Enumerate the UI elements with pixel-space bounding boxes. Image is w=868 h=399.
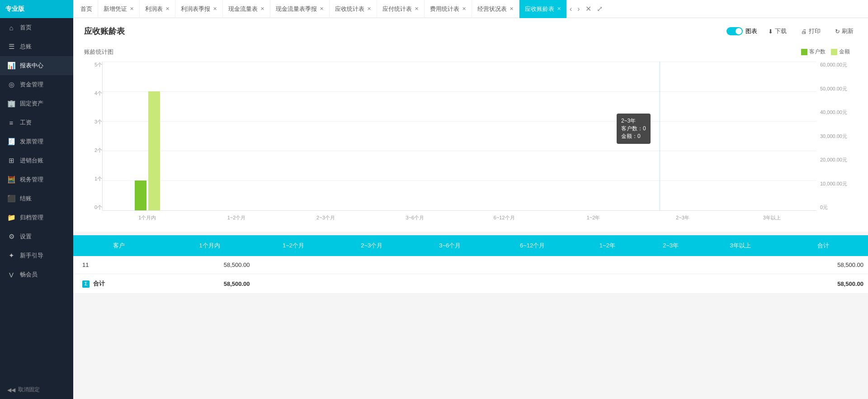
sidebar-pin-toggle[interactable]: ◀◀ 取消固定 bbox=[0, 380, 73, 399]
tab-home-label: 首页 bbox=[80, 5, 92, 13]
tab-business-status[interactable]: 经营状况表 ✕ bbox=[472, 0, 519, 18]
y-right-60000: 60,000.00元 bbox=[820, 62, 847, 68]
tab-cashflow-close[interactable]: ✕ bbox=[260, 6, 264, 12]
tab-profit-quarterly[interactable]: 利润表季报 ✕ bbox=[175, 0, 223, 18]
tab-voucher-close[interactable]: ✕ bbox=[130, 6, 134, 12]
funds-icon: ◎ bbox=[7, 81, 15, 89]
y-left-3: 3个 bbox=[94, 119, 102, 125]
sidebar-item-salary[interactable]: ≡ 工资 bbox=[0, 113, 73, 132]
td-total-y2-3 bbox=[639, 274, 702, 294]
tab-profit-quarterly-close[interactable]: ✕ bbox=[213, 6, 217, 12]
tax-icon: 🧮 bbox=[7, 176, 15, 184]
tab-cashflow-quarterly[interactable]: 现金流量表季报 ✕ bbox=[270, 0, 330, 18]
sidebar-item-member[interactable]: V 畅会员 bbox=[0, 265, 73, 284]
sidebar-bottom-label: 取消固定 bbox=[18, 386, 40, 394]
refresh-btn[interactable]: ↻ 刷新 bbox=[831, 25, 857, 37]
tab-cashflow[interactable]: 现金流量表 ✕ bbox=[223, 0, 270, 18]
print-btn[interactable]: 🖨 打印 bbox=[797, 25, 824, 37]
x-label-y3plus: 3年以上 bbox=[727, 214, 816, 221]
tooltip-amount: 金额：0 bbox=[621, 133, 646, 140]
sidebar-item-reports[interactable]: 📊 报表中心 bbox=[0, 56, 73, 75]
sidebar-item-fixed-assets[interactable]: 🏢 固定资产 bbox=[0, 94, 73, 113]
tab-close-all-btn[interactable]: ✕ bbox=[583, 0, 594, 18]
switch-track[interactable] bbox=[726, 27, 743, 35]
tab-ar-stats-close[interactable]: ✕ bbox=[367, 6, 371, 12]
td-m3-6-1 bbox=[411, 256, 489, 274]
guide-icon: ✦ bbox=[7, 252, 15, 260]
tab-ar-aging-close[interactable]: ✕ bbox=[557, 6, 561, 12]
td-m1-1: 58,500.00 bbox=[165, 256, 255, 274]
ledger-icon: ☰ bbox=[7, 43, 15, 51]
td-total-label: Σ 合计 bbox=[73, 274, 165, 294]
tab-ap-stats-close[interactable]: ✕ bbox=[415, 6, 419, 12]
sidebar-item-closing[interactable]: ⬛ 结账 bbox=[0, 189, 73, 208]
sidebar-item-guide[interactable]: ✦ 新手引导 bbox=[0, 246, 73, 265]
member-icon: V bbox=[7, 271, 15, 279]
y-right-40000: 40,000.00元 bbox=[820, 109, 847, 116]
tab-expense-stats-close[interactable]: ✕ bbox=[462, 6, 466, 12]
table-header-row: 客户 1个月内 1~2个月 2~3个月 3~6个月 6~12个月 1~2年 2~… bbox=[73, 235, 868, 256]
y-right-50000: 50,000.00元 bbox=[820, 86, 847, 92]
bar-group-m1-2 bbox=[192, 62, 281, 210]
x-label-m1-2: 1~2个月 bbox=[192, 214, 281, 221]
th-customer: 客户 bbox=[73, 235, 165, 256]
table-total-row: Σ 合计 58,500.00 58,500.00 bbox=[73, 274, 868, 294]
tab-cashflow-label: 现金流量表 bbox=[228, 5, 258, 13]
tab-next-btn[interactable]: › bbox=[575, 0, 582, 18]
tab-voucher[interactable]: 新增凭证 ✕ bbox=[98, 0, 140, 18]
td-total-sum: 58,500.00 bbox=[778, 274, 868, 294]
th-y1-2: 1~2年 bbox=[576, 235, 639, 256]
y-left-0: 0个 bbox=[94, 204, 102, 211]
sidebar-item-invoice[interactable]: 🧾 发票管理 bbox=[0, 132, 73, 151]
sidebar-item-sales-ledger[interactable]: ⊞ 进销台账 bbox=[0, 151, 73, 170]
y-right-20000: 20,000.00元 bbox=[820, 157, 847, 163]
tab-cashflow-quarterly-label: 现金流量表季报 bbox=[276, 5, 317, 13]
reports-icon: 📊 bbox=[7, 62, 15, 70]
download-btn[interactable]: ⬇ 下载 bbox=[764, 25, 790, 37]
legend-amount-label: 金额 bbox=[839, 48, 850, 56]
sidebar-item-home[interactable]: ⌂ 首页 bbox=[0, 18, 73, 37]
tab-expense-stats[interactable]: 费用统计表 ✕ bbox=[425, 0, 472, 18]
td-y1-2-1 bbox=[576, 256, 639, 274]
td-m6-12-1 bbox=[489, 256, 576, 274]
x-label-y2-3: 2~3年 bbox=[638, 214, 727, 221]
th-total: 合计 bbox=[778, 235, 868, 256]
sidebar-item-archive[interactable]: 📁 归档管理 bbox=[0, 208, 73, 227]
tab-cashflow-quarterly-close[interactable]: ✕ bbox=[320, 6, 324, 12]
sidebar-item-ledger[interactable]: ☰ 总账 bbox=[0, 37, 73, 56]
x-label-m6-12: 6~12个月 bbox=[460, 214, 549, 221]
x-label-m3-6: 3~6个月 bbox=[370, 214, 459, 221]
tab-profit-close[interactable]: ✕ bbox=[165, 6, 170, 12]
td-total-m6-12 bbox=[489, 274, 576, 294]
tab-prev-btn[interactable]: ‹ bbox=[567, 0, 575, 18]
chart-toggle[interactable]: 图表 bbox=[726, 27, 757, 35]
legend-customers: 客户数 bbox=[801, 48, 826, 56]
total-icon: Σ bbox=[82, 280, 90, 288]
legend-customers-color bbox=[801, 49, 807, 55]
tab-ar-stats[interactable]: 应收统计表 ✕ bbox=[330, 0, 377, 18]
y-left-1: 1个 bbox=[94, 176, 102, 182]
chart-container: 5个 4个 3个 2个 1个 0个 bbox=[84, 62, 857, 224]
y-axis-right: 60,000.00元 50,000.00元 40,000.00元 30,000.… bbox=[816, 62, 857, 224]
tab-ar-aging[interactable]: 应收账龄表 ✕ bbox=[519, 0, 567, 18]
tab-home[interactable]: 首页 bbox=[75, 0, 98, 18]
sidebar-item-settings[interactable]: ⚙ 设置 bbox=[0, 227, 73, 246]
sidebar-logo: 专业版 bbox=[0, 0, 73, 18]
y-left-5: 5个 bbox=[94, 62, 102, 68]
tab-fullscreen-btn[interactable]: ⤢ bbox=[594, 0, 605, 18]
download-icon: ⬇ bbox=[768, 28, 773, 35]
bar-m1-amount bbox=[148, 91, 160, 210]
tab-business-status-close[interactable]: ✕ bbox=[509, 6, 514, 12]
sidebar-label-tax: 税务管理 bbox=[20, 176, 43, 184]
sidebar-item-tax[interactable]: 🧮 税务管理 bbox=[0, 170, 73, 189]
tab-profit[interactable]: 利润表 ✕ bbox=[140, 0, 175, 18]
sidebar-item-funds[interactable]: ◎ 资金管理 bbox=[0, 75, 73, 94]
tab-business-status-label: 经营状况表 bbox=[477, 5, 507, 13]
fixed-assets-icon: 🏢 bbox=[7, 100, 15, 108]
legend-amount: 金额 bbox=[831, 48, 850, 56]
tab-ap-stats[interactable]: 应付统计表 ✕ bbox=[377, 0, 425, 18]
sidebar-label-member: 畅会员 bbox=[20, 271, 38, 279]
main-content: 首页 新增凭证 ✕ 利润表 ✕ 利润表季报 ✕ 现金流量表 ✕ 现金流量表季报 … bbox=[73, 0, 868, 399]
switch-thumb bbox=[736, 28, 742, 34]
th-m3-6: 3~6个月 bbox=[411, 235, 489, 256]
